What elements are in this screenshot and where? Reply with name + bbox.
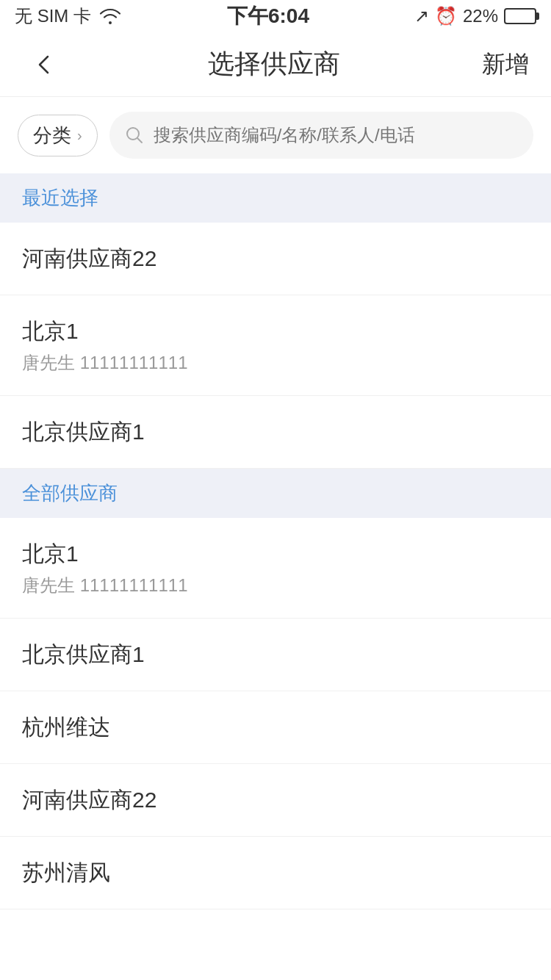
page-title: 选择供应商 <box>208 46 340 82</box>
add-button[interactable]: 新增 <box>482 48 529 81</box>
recent-section-label: 最近选择 <box>22 187 98 209</box>
list-item[interactable]: 北京供应商1 <box>0 396 551 469</box>
list-item[interactable]: 杭州维达 <box>0 691 551 764</box>
item-name: 河南供应商22 <box>22 243 529 274</box>
item-name: 北京供应商1 <box>22 417 529 447</box>
location-icon: ↗ <box>414 6 429 26</box>
back-icon <box>33 54 55 76</box>
item-sub: 唐先生 11111111111 <box>22 351 529 375</box>
all-section-label: 全部供应商 <box>22 482 118 504</box>
category-button[interactable]: 分类 › <box>18 115 98 156</box>
back-button[interactable] <box>22 43 66 87</box>
battery-percent: 22% <box>463 6 498 26</box>
all-list: 北京1 唐先生 11111111111 北京供应商1 杭州维达 河南供应商22 … <box>0 518 551 909</box>
recent-section-header: 最近选择 <box>0 173 551 223</box>
item-name: 北京供应商1 <box>22 639 529 670</box>
filter-bar: 分类 › <box>0 97 551 173</box>
item-sub: 唐先生 11111111111 <box>22 574 529 597</box>
list-item[interactable]: 苏州清风 <box>0 837 551 909</box>
status-right: ↗ ⏰ 22% <box>414 6 536 26</box>
list-item[interactable]: 北京供应商1 <box>0 619 551 691</box>
battery-icon <box>504 8 536 24</box>
list-item[interactable]: 河南供应商22 <box>0 764 551 837</box>
nav-bar: 选择供应商 新增 <box>0 32 551 97</box>
search-box <box>109 112 533 159</box>
search-input[interactable] <box>154 125 519 145</box>
category-label: 分类 <box>33 123 71 148</box>
list-item[interactable]: 北京1 唐先生 11111111111 <box>0 295 551 396</box>
status-time: 下午6:04 <box>227 2 309 30</box>
chevron-right-icon: › <box>77 127 82 144</box>
wifi-icon <box>98 8 122 24</box>
item-name: 河南供应商22 <box>22 785 529 815</box>
status-bar: 无 SIM 卡 下午6:04 ↗ ⏰ 22% <box>0 0 551 32</box>
list-item[interactable]: 河南供应商22 <box>0 223 551 295</box>
list-item[interactable]: 北京1 唐先生 11111111111 <box>0 518 551 619</box>
alarm-icon: ⏰ <box>435 6 457 26</box>
recent-list: 河南供应商22 北京1 唐先生 11111111111 北京供应商1 <box>0 223 551 469</box>
all-section-header: 全部供应商 <box>0 469 551 518</box>
status-left: 无 SIM 卡 <box>15 4 122 28</box>
item-name: 苏州清风 <box>22 857 529 888</box>
no-sim-text: 无 SIM 卡 <box>15 4 91 28</box>
item-name: 杭州维达 <box>22 712 529 743</box>
item-name: 北京1 <box>22 316 529 347</box>
item-name: 北京1 <box>22 538 529 569</box>
search-icon <box>124 125 145 145</box>
